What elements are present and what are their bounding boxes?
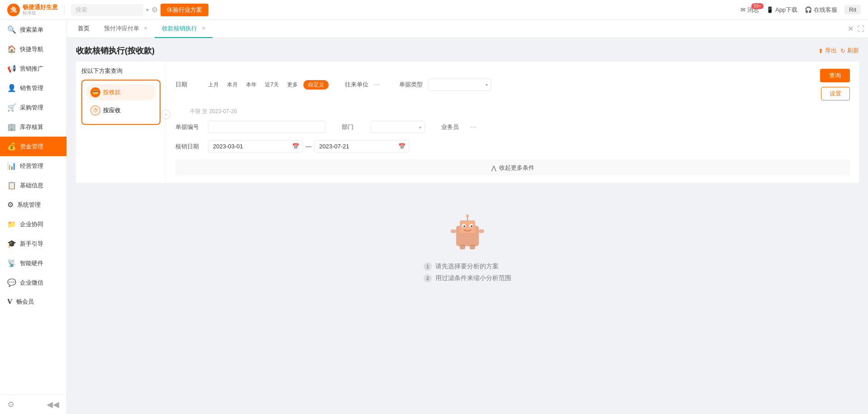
sidebar-item-enterprise[interactable]: 📁 企业协同 bbox=[0, 214, 66, 234]
writeoff-start-input[interactable] bbox=[208, 140, 303, 152]
sidebar-label-capital: 资金管理 bbox=[20, 143, 43, 151]
tab-close-all-icon[interactable]: ✕ bbox=[848, 24, 854, 33]
sidebar-label-smart-hw: 智能硬件 bbox=[20, 259, 43, 267]
date-tab-this-year[interactable]: 本年 bbox=[243, 80, 259, 90]
sidebar-label-sales: 销售管理 bbox=[20, 84, 43, 92]
sidebar-item-inventory[interactable]: 🏢 库存核算 bbox=[0, 117, 66, 137]
svg-rect-10 bbox=[460, 245, 465, 249]
sidebar-label-member: 畅会员 bbox=[16, 298, 34, 306]
date-label: 日期 bbox=[175, 81, 201, 89]
page-title: 收款核销执行(按收款) bbox=[76, 45, 155, 56]
empty-text: 1 请先选择要分析的方案 2 用过滤条件来缩小分析范围 bbox=[424, 262, 511, 282]
sidebar-label-wechat: 企业微信 bbox=[20, 279, 43, 287]
message-button[interactable]: ✉ 消息 99+ bbox=[741, 6, 759, 14]
staff-label: 业务员 bbox=[441, 123, 467, 131]
sidebar-item-system[interactable]: ⚙ 系统管理 bbox=[0, 195, 66, 214]
page-title-actions: ⬆ 导出 ↻ 刷新 bbox=[818, 47, 859, 55]
tab-home-label: 首页 bbox=[78, 24, 90, 33]
gear-icon[interactable]: ⚙ bbox=[151, 5, 158, 14]
filter-option-collection[interactable]: 💳 按收款 bbox=[86, 84, 156, 100]
refresh-button[interactable]: ↻ 刷新 bbox=[840, 47, 859, 55]
dept-filter: 部门 ▾ bbox=[342, 121, 425, 133]
message-badge: 99+ bbox=[751, 3, 764, 9]
user-avatar[interactable]: Rit bbox=[844, 5, 861, 14]
tab-collection-close[interactable]: ✕ bbox=[202, 26, 205, 31]
filter-section-title: 按以下方案查询 bbox=[81, 67, 160, 75]
date-tab-this-month[interactable]: 本月 bbox=[224, 80, 241, 90]
filter-options-border: 💳 按收款 ⏱ 按应收 bbox=[81, 80, 160, 125]
smart-hw-icon: 📡 bbox=[7, 259, 16, 267]
dept-label: 部门 bbox=[342, 123, 367, 131]
filter-row-3: 核销日期 📅 — 📅 bbox=[175, 140, 850, 152]
customer-service-button[interactable]: 🎧 在线客服 bbox=[805, 6, 837, 14]
staff-more-icon[interactable]: ··· bbox=[470, 123, 479, 131]
hint-num-1: 1 bbox=[424, 262, 432, 271]
sidebar-label-operations: 经营管理 bbox=[20, 162, 43, 170]
date-tab-custom[interactable]: 自定义 bbox=[303, 80, 329, 90]
docno-input[interactable] bbox=[208, 121, 326, 133]
solution-button[interactable]: 休验行业方案 bbox=[160, 4, 208, 16]
sidebar-item-quick-nav[interactable]: 🏠 快捷导航 bbox=[0, 39, 66, 59]
app-download-button[interactable]: 📱 App下载 bbox=[766, 6, 797, 14]
sidebar-item-purchase[interactable]: 🛒 采购管理 bbox=[0, 98, 66, 117]
sidebar-label-purchase: 采购管理 bbox=[20, 104, 43, 112]
sidebar-item-beginner[interactable]: 🎓 新手引导 bbox=[0, 234, 66, 253]
logo-sub: 标准版 bbox=[23, 10, 58, 16]
topbar-right: ✉ 消息 99+ 📱 App下载 🎧 在线客服 Rit bbox=[741, 5, 861, 14]
sidebar-label-search: 搜索菜单 bbox=[20, 26, 43, 34]
svg-point-4 bbox=[463, 225, 465, 227]
dropdown-icon[interactable]: ▾ bbox=[146, 7, 149, 13]
sidebar-item-search[interactable]: 🔍 搜索菜单 bbox=[0, 20, 66, 39]
date-tab-last-month[interactable]: 上月 bbox=[205, 80, 222, 90]
svg-point-7 bbox=[466, 214, 469, 217]
filter-row-1: 日期 上月 本月 本年 近7天 更多 自定义 bbox=[175, 69, 850, 100]
sidebar-item-smart-hw[interactable]: 📡 智能硬件 bbox=[0, 253, 66, 273]
message-icon: ✉ bbox=[741, 6, 745, 13]
counterpart-more-icon[interactable]: ··· bbox=[374, 81, 383, 89]
collapse-more-button[interactable]: ⋀ 收起更多条件 bbox=[175, 160, 850, 176]
filter-option-receivable[interactable]: ⏱ 按应收 bbox=[86, 102, 156, 119]
beginner-icon: 🎓 bbox=[7, 239, 16, 248]
query-button[interactable]: 查询 bbox=[820, 69, 850, 82]
search-box[interactable]: 搜索 bbox=[71, 4, 143, 16]
date-tab-7days[interactable]: 近7天 bbox=[262, 80, 282, 90]
settings-icon[interactable]: ⚙ bbox=[7, 400, 14, 409]
export-button[interactable]: ⬆ 导出 bbox=[818, 47, 837, 55]
tab-expand-icon[interactable]: ⛶ bbox=[857, 25, 864, 33]
date-tabs: 上月 本月 本年 近7天 更多 自定义 bbox=[205, 80, 329, 90]
tab-home[interactable]: 首页 bbox=[71, 20, 97, 38]
date-range-display: 不限 至 2023-07-26 bbox=[190, 108, 850, 115]
collapse-icon: ⋀ bbox=[491, 165, 496, 171]
sidebar-item-sales[interactable]: 👤 销售管理 bbox=[0, 78, 66, 98]
tab-prepay[interactable]: 预付冲应付单 ✕ bbox=[97, 20, 155, 38]
search-area: 搜索 ▾ ⚙ 休验行业方案 bbox=[71, 4, 737, 16]
sidebar-item-wechat[interactable]: 💬 企业微信 bbox=[0, 273, 66, 292]
collection-option-label: 按收款 bbox=[103, 88, 121, 96]
dept-select[interactable] bbox=[371, 121, 425, 133]
doctype-select[interactable] bbox=[428, 79, 491, 91]
filter-panel: 按以下方案查询 💳 按收款 ⏱ 按应收 » bbox=[76, 62, 859, 183]
sidebar-item-basic-info[interactable]: 📋 基础信息 bbox=[0, 176, 66, 195]
sidebar-item-capital[interactable]: 💰 资金管理 bbox=[0, 137, 66, 156]
receivable-icon: ⏱ bbox=[90, 105, 100, 115]
sidebar-item-marketing[interactable]: 📢 营销推广 bbox=[0, 59, 66, 78]
sidebar-label-beginner: 新手引导 bbox=[20, 240, 43, 248]
writeoff-end-input[interactable] bbox=[314, 140, 409, 152]
counterpart-filter: 往来单位 ··· bbox=[345, 81, 383, 89]
date-tab-more[interactable]: 更多 bbox=[284, 80, 301, 90]
svg-rect-9 bbox=[479, 229, 484, 233]
tab-prepay-close[interactable]: ✕ bbox=[144, 26, 147, 31]
sidebar-item-operations[interactable]: 📊 经营管理 bbox=[0, 156, 66, 176]
empty-hint-1: 1 请先选择要分析的方案 bbox=[424, 262, 499, 271]
filter-right: 日期 上月 本月 本年 近7天 更多 自定义 bbox=[166, 62, 859, 183]
tab-collection[interactable]: 收款核销执行 ✕ bbox=[155, 20, 212, 38]
sidebar-label-quick-nav: 快捷导航 bbox=[20, 45, 43, 53]
doctype-label: 单据类型 bbox=[399, 81, 425, 89]
doctype-filter: 单据类型 ▾ bbox=[399, 79, 491, 91]
tab-prepay-label: 预付冲应付单 bbox=[104, 24, 139, 33]
tab-bar-right: ✕ ⛶ bbox=[848, 24, 864, 33]
sidebar-item-member[interactable]: V 畅会员 bbox=[0, 292, 66, 311]
collapse-sidebar-icon[interactable]: ◀◀ bbox=[47, 400, 59, 409]
settings-button[interactable]: 设置 bbox=[821, 87, 850, 100]
home-icon: 🏠 bbox=[7, 45, 16, 53]
